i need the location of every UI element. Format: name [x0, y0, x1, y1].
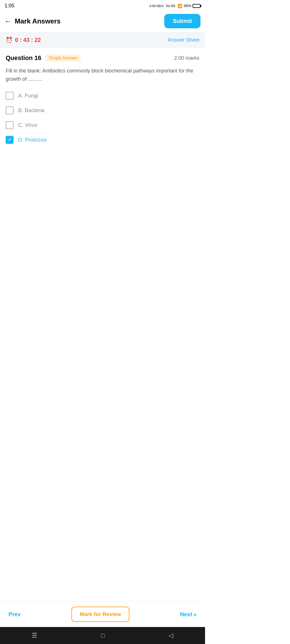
back-nav-icon[interactable]: ◁ [169, 632, 173, 639]
mark-review-button[interactable]: Mark for Review [71, 607, 130, 622]
next-button[interactable]: Next » [180, 611, 197, 618]
bottom-nav: Prev Mark for Review Next » [0, 601, 205, 627]
back-button[interactable]: ← [5, 17, 11, 25]
option-c-label: C. Virus [18, 122, 37, 128]
status-time: 1:05 [5, 3, 14, 9]
home-icon[interactable]: □ [101, 632, 105, 639]
battery-icon [193, 4, 201, 8]
checkbox-d[interactable] [6, 136, 14, 144]
question-text: Fill in the blank: Antibiotics commonly … [6, 67, 199, 83]
next-label: Next [180, 611, 192, 618]
battery-percent: 85% [184, 4, 191, 8]
option-d[interactable]: D. Protozoa [6, 136, 199, 144]
signal-icon: 📶 [178, 4, 182, 8]
header-left: ← Mark Answers [5, 17, 61, 25]
question-type-badge: Single Answer [45, 54, 81, 62]
data-speed: 0.00 KB/S [150, 4, 164, 8]
submit-button[interactable]: Submit [164, 14, 201, 28]
option-b-label: B. Bacteria [18, 107, 44, 114]
android-nav-bar: ☰ □ ◁ [0, 627, 205, 644]
main-content: Question 16 Single Answer 2.00 marks Fil… [0, 48, 205, 151]
option-d-label: D. Protozoa [18, 137, 46, 143]
options-list: A. Fungi B. Bacteria C. Virus D. Protozo… [6, 92, 199, 144]
prev-button[interactable]: Prev [8, 611, 21, 618]
option-b[interactable]: B. Bacteria [6, 106, 199, 114]
header: ← Mark Answers Submit [0, 11, 205, 32]
question-header: Question 16 Single Answer 2.00 marks [6, 54, 199, 62]
checkbox-c[interactable] [6, 121, 14, 129]
checkbox-a[interactable] [6, 92, 14, 100]
question-number: Question 16 [6, 54, 41, 62]
answer-sheet-link[interactable]: Answer Sheet [168, 37, 199, 43]
timer-left: ⏰ 0 : 43 : 22 [6, 37, 41, 43]
option-a[interactable]: A. Fungi [6, 92, 199, 100]
timer-bar: ⏰ 0 : 43 : 22 Answer Sheet [0, 32, 205, 48]
menu-icon[interactable]: ☰ [32, 632, 37, 639]
status-bar: 1:05 0.00 KB/S Vo 4G 📶 85% [0, 0, 205, 11]
page-title: Mark Answers [15, 17, 61, 25]
question-marks: 2.00 marks [174, 55, 199, 61]
checkbox-b[interactable] [6, 106, 14, 114]
clock-icon: ⏰ [6, 37, 13, 43]
next-chevron-icon: » [193, 611, 197, 618]
network-icon: Vo 4G [166, 4, 175, 8]
status-icons: 0.00 KB/S Vo 4G 📶 85% [150, 4, 201, 8]
option-a-label: A. Fungi [18, 93, 38, 99]
option-c[interactable]: C. Virus [6, 121, 199, 129]
timer-value: 0 : 43 : 22 [15, 37, 41, 43]
